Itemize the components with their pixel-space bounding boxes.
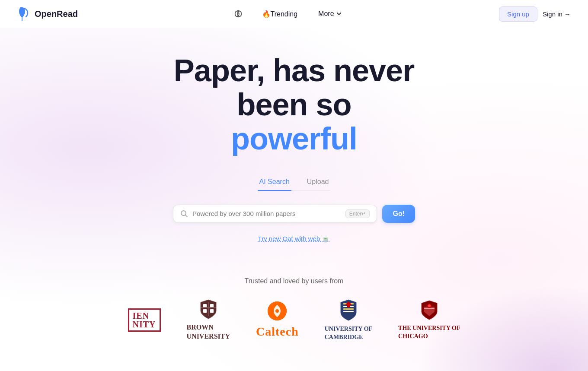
logo-link[interactable]: OpenRead — [17, 6, 78, 22]
hero-line3: powerful — [231, 121, 357, 156]
university-logo-mit: IEN NITY — [128, 308, 161, 332]
chevron-down-icon — [336, 11, 342, 17]
university-logos-row: IEN NITY BROWNUNIVERSITY — [0, 299, 588, 342]
tab-upload-label: Upload — [307, 178, 329, 185]
svg-point-12 — [275, 309, 279, 313]
university-logo-cambridge: UNIVERSITY OFCAMBRIDGE — [325, 299, 372, 342]
logo-icon — [17, 6, 31, 22]
university-logo-chicago: THE UNIVERSITY OFCHICAGO — [398, 300, 460, 341]
signin-button[interactable]: Sign in → — [543, 10, 571, 18]
search-input[interactable] — [192, 210, 341, 217]
hero-line2: been so — [236, 87, 351, 122]
cambridge-shield-icon — [340, 299, 357, 321]
svg-rect-7 — [210, 304, 214, 308]
svg-rect-15 — [343, 308, 354, 310]
navbar-center: 🔥Trending More — [230, 6, 347, 22]
more-button[interactable]: More — [313, 6, 347, 21]
search-tabs: AI Search Upload — [258, 174, 331, 191]
university-logo-brown: BROWNUNIVERSITY — [187, 299, 230, 341]
tab-ai-search-label: AI Search — [259, 178, 290, 185]
search-icon — [180, 210, 188, 218]
brain-icon — [233, 9, 243, 19]
logo-text: OpenRead — [35, 9, 78, 19]
svg-rect-6 — [203, 309, 207, 313]
search-container: Enter↵ Go! — [173, 205, 415, 223]
caltech-emblem-icon — [268, 301, 287, 320]
try-new-button[interactable]: Try new Oat with web 🍵 — [258, 235, 330, 243]
search-bar: Enter↵ — [173, 205, 377, 223]
trending-button[interactable]: 🔥Trending — [257, 6, 303, 22]
svg-rect-16 — [343, 311, 354, 312]
trending-label: 🔥Trending — [262, 10, 298, 18]
navbar-right: Sign up Sign in → — [499, 6, 571, 22]
svg-line-4 — [185, 215, 188, 217]
trusted-section: Trusted and loved by users from IEN NITY… — [0, 277, 588, 359]
brown-logo-text: BROWNUNIVERSITY — [187, 323, 230, 341]
tab-upload[interactable]: Upload — [305, 174, 331, 191]
svg-point-20 — [428, 304, 431, 307]
trusted-label: Trusted and loved by users from — [245, 277, 344, 285]
more-label: More — [318, 10, 334, 18]
svg-point-17 — [347, 304, 350, 308]
chicago-shield-icon — [421, 300, 438, 320]
svg-rect-5 — [203, 304, 207, 308]
signup-button[interactable]: Sign up — [499, 6, 537, 22]
hero-line1: Paper, has never — [174, 53, 414, 88]
mit-logo-text: IEN NITY — [128, 308, 161, 332]
brain-icon-button[interactable] — [230, 6, 246, 22]
main-content: Paper, has never been so powerful AI Sea… — [0, 28, 588, 243]
svg-rect-8 — [210, 309, 214, 313]
go-button[interactable]: Go! — [382, 205, 415, 223]
navbar: OpenRead 🔥Trending More Sign up Sign in … — [0, 0, 588, 28]
enter-badge: Enter↵ — [345, 209, 370, 218]
navbar-left: OpenRead — [17, 6, 78, 22]
hero-title: Paper, has never been so powerful — [174, 54, 414, 156]
university-logo-caltech: Caltech — [256, 301, 299, 339]
chicago-logo-text: THE UNIVERSITY OFCHICAGO — [398, 324, 460, 341]
caltech-logo-text: Caltech — [256, 325, 299, 339]
cambridge-logo-text: UNIVERSITY OFCAMBRIDGE — [325, 325, 372, 342]
brown-shield-icon — [200, 299, 217, 320]
tab-ai-search[interactable]: AI Search — [258, 174, 291, 191]
